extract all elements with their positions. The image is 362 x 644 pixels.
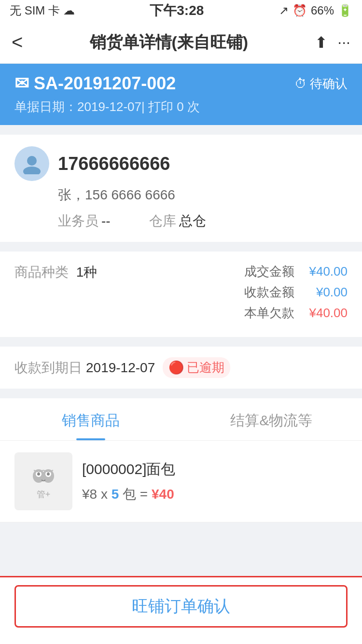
status-clock-icon: ⏱ xyxy=(294,76,307,91)
battery-icon: 🔋 xyxy=(338,4,352,17)
total-price: ¥40 xyxy=(152,487,174,502)
nav-left: < xyxy=(12,31,23,53)
confirm-section: 旺铺订单确认 xyxy=(0,576,362,644)
type-label: 商品种类 xyxy=(14,265,69,280)
nav-right: ⬆ ··· xyxy=(315,33,350,52)
battery-level: 66% xyxy=(311,4,334,17)
received-amount-label: 收款金额 xyxy=(244,284,294,301)
owed-amount-value: ¥40.00 xyxy=(309,306,348,321)
order-id: ✉ SA-20191207-002 xyxy=(14,73,176,94)
equals-sign: = xyxy=(140,487,152,502)
sim-status: 无 SIM 卡 ☁ xyxy=(10,3,75,18)
product-code: [0000002] xyxy=(82,461,146,477)
due-date-value: 2019-12-07 xyxy=(86,360,155,376)
deal-amount-label: 成交金额 xyxy=(244,263,294,280)
product-thumb-inner: 管+ xyxy=(29,462,58,500)
product-type: 商品种类 1种 xyxy=(14,263,97,281)
status-bar: 无 SIM 卡 ☁ 下午3:28 ↗ ⏰ 66% 🔋 xyxy=(0,0,362,21)
deal-amount-value: ¥40.00 xyxy=(309,264,348,279)
svg-point-6 xyxy=(37,473,40,476)
svg-point-0 xyxy=(27,156,37,166)
svg-point-7 xyxy=(47,473,50,476)
order-status-text: 待确认 xyxy=(310,75,348,92)
nav-bar: < 销货单详情(来自旺铺) ⬆ ··· xyxy=(0,21,362,64)
table-row: 管+ [0000002]面包 ¥8 x 5 包 = ¥40 xyxy=(0,441,362,522)
received-amount-value: ¥0.00 xyxy=(316,285,348,300)
salesperson-value: -- xyxy=(101,213,111,229)
order-icon: ✉ xyxy=(14,73,29,94)
type-value: 1种 xyxy=(76,265,97,280)
brand-plus-icon: 管+ xyxy=(37,489,51,500)
order-date: 2019-12-07 xyxy=(77,99,141,114)
product-price: ¥8 x 5 包 = ¥40 xyxy=(82,485,348,504)
tabs-section: 销售商品 结算&物流等 xyxy=(0,398,362,522)
summary-section: 商品种类 1种 成交金额 ¥40.00 收款金额 ¥0.00 本单欠款 ¥40.… xyxy=(0,252,362,337)
customer-name: 张，156 6666 6666 xyxy=(58,186,348,204)
deal-amount-row: 成交金额 ¥40.00 xyxy=(244,263,348,280)
product-name-text: 面包 xyxy=(146,461,175,477)
received-amount-row: 收款金额 ¥0.00 xyxy=(244,284,348,301)
owed-amount-row: 本单欠款 ¥40.00 xyxy=(244,305,348,322)
unit: 包 xyxy=(123,487,136,502)
overdue-text: 已逾期 xyxy=(187,359,224,376)
due-date-label: 收款到期日 xyxy=(14,359,82,377)
back-button[interactable]: < xyxy=(12,31,23,53)
svg-point-1 xyxy=(23,167,41,174)
alarm-icon: ⏰ xyxy=(292,4,307,17)
salesperson-label: 业务员 xyxy=(58,212,98,230)
location-icon: ↗ xyxy=(279,4,289,17)
owl-logo-icon xyxy=(29,462,58,487)
tab-settlement[interactable]: 结算&物流等 xyxy=(181,398,362,440)
multiply-sign: x xyxy=(101,487,111,502)
overdue-badge: 🔴 已逾期 xyxy=(163,357,230,378)
tab-sales-products[interactable]: 销售商品 xyxy=(0,398,181,440)
quantity: 5 xyxy=(111,487,119,502)
share-icon[interactable]: ⬆ xyxy=(315,33,328,52)
avatar xyxy=(14,146,49,181)
status-right: ↗ ⏰ 66% 🔋 xyxy=(279,4,352,17)
banner-top: ✉ SA-20191207-002 ⏱ 待确认 xyxy=(14,73,348,94)
product-thumbnail: 管+ xyxy=(14,452,72,510)
status-time: 下午3:28 xyxy=(150,1,204,20)
order-date-info: 单据日期：2019-12-07| 打印 0 次 xyxy=(14,98,348,115)
due-date-section: 收款到期日 2019-12-07 🔴 已逾期 xyxy=(0,347,362,389)
date-label: 单据日期： xyxy=(14,99,77,114)
header-banner: ✉ SA-20191207-002 ⏱ 待确认 单据日期：2019-12-07|… xyxy=(0,64,362,125)
tab-sales-label: 销售商品 xyxy=(62,412,120,428)
customer-phone: 17666666666 xyxy=(58,154,170,174)
tabs-header: 销售商品 结算&物流等 xyxy=(0,398,362,441)
warehouse-value: 总仓 xyxy=(179,212,206,230)
print-info: | 打印 0 次 xyxy=(141,99,200,114)
customer-section: 17666666666 张，156 6666 6666 业务员 -- 仓库 总仓 xyxy=(0,135,362,242)
product-info: [0000002]面包 ¥8 x 5 包 = ¥40 xyxy=(82,460,348,504)
status-left: 无 SIM 卡 ☁ xyxy=(10,3,75,18)
page-title: 销货单详情(来自旺铺) xyxy=(90,31,249,54)
owed-amount-label: 本单欠款 xyxy=(244,305,294,322)
order-id-text: SA-20191207-002 xyxy=(34,73,176,94)
confirm-order-button[interactable]: 旺铺订单确认 xyxy=(14,585,348,628)
tab-settlement-label: 结算&物流等 xyxy=(230,412,312,428)
unit-price: ¥8 xyxy=(82,487,97,502)
more-icon[interactable]: ··· xyxy=(337,33,350,51)
customer-meta: 业务员 -- 仓库 总仓 xyxy=(58,212,348,230)
order-status-badge: ⏱ 待确认 xyxy=(294,75,348,92)
customer-top: 17666666666 xyxy=(14,146,348,181)
overdue-icon: 🔴 xyxy=(168,360,184,375)
amount-summary: 成交金额 ¥40.00 收款金额 ¥0.00 本单欠款 ¥40.00 xyxy=(244,263,348,325)
product-list: 管+ [0000002]面包 ¥8 x 5 包 = ¥40 xyxy=(0,441,362,522)
warehouse-label: 仓库 xyxy=(149,212,176,230)
product-name: [0000002]面包 xyxy=(82,460,348,479)
